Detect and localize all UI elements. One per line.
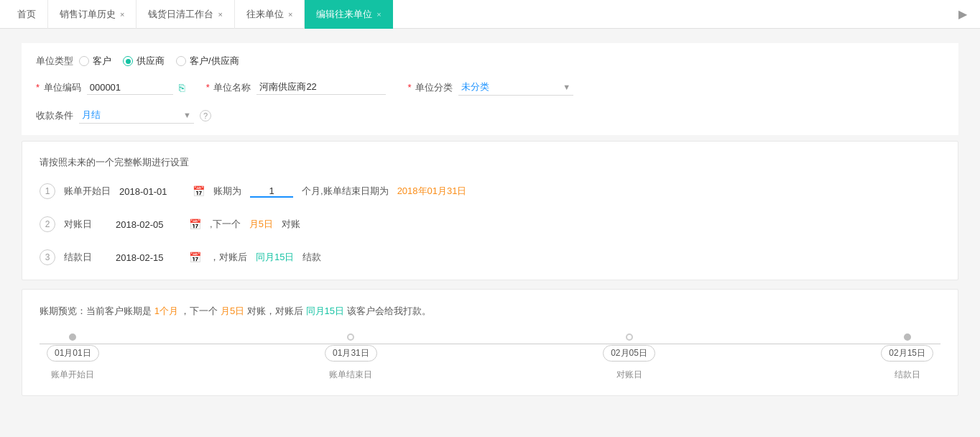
tab-cashier-label: 钱货日清工作台 (148, 8, 213, 21)
step-1-label: 账单开始日 (64, 185, 111, 198)
tab-cashier-close[interactable]: × (218, 10, 222, 19)
unit-category-chevron: ▼ (563, 83, 570, 91)
tab-edit-partner[interactable]: 编辑往来单位 × (305, 0, 392, 29)
tab-arrow[interactable]: ▶ (951, 7, 974, 21)
unit-category-value: 未分类 (461, 80, 560, 93)
timeline-dot-3 (904, 334, 911, 341)
unit-info-row: * 单位编码 ⎘ * 单位名称 * 单位分类 未分类 (36, 79, 944, 96)
tab-edit-partner-close[interactable]: × (376, 10, 381, 19)
unit-name-star: * (206, 82, 210, 93)
step-2-desc-suffix: 对账 (282, 218, 300, 231)
tab-sales-history-label: 销售订单历史 (60, 8, 116, 21)
preview-suffix: 该客户会给我打款。 (347, 305, 431, 316)
tab-sales-history-close[interactable]: × (120, 10, 124, 19)
timeline-dot-1 (347, 334, 354, 341)
step-2-cal-icon[interactable]: 📅 (189, 218, 201, 230)
period-section: 请按照未来的一个完整帐期进行设置 1 账单开始日 2018-01-01 📅 账期… (22, 141, 958, 280)
timeline-label-3: 结款日 (895, 369, 920, 381)
step-3-row: 3 结款日 2018-02-15 📅 ，对账后 同月15日 结款 (40, 249, 940, 265)
timeline-badge-1: 01月31日 (325, 345, 377, 362)
timeline-dot-0 (69, 334, 76, 341)
timeline-point-0: 01月01日 账单开始日 (47, 334, 99, 381)
radio-customer-circle (79, 56, 89, 66)
unit-category-label: * 单位分类 (407, 81, 453, 94)
unit-name-group: * 单位名称 (206, 80, 387, 95)
unit-code-copy-icon[interactable]: ⎘ (179, 82, 185, 93)
tab-partner[interactable]: 往来单位 × (235, 0, 305, 29)
radio-supplier-label: 供应商 (137, 55, 165, 68)
step-1-date: 2018-01-01 (119, 186, 184, 197)
step-2-desc-prefix: ,下一个 (210, 218, 241, 231)
timeline-badge-2: 02月05日 (603, 345, 655, 362)
unit-type-label: 单位类型 (36, 55, 73, 68)
radio-both-label: 客户/供应商 (190, 55, 239, 68)
radio-customer-label: 客户 (93, 55, 111, 68)
unit-name-label: * 单位名称 (206, 81, 251, 94)
preview-text: 账期预览：当前客户账期是 1个月 ，下一个 月5日 对账，对账后 同月15日 该… (40, 304, 940, 319)
preview-middle2: 对账，对账后 (247, 305, 303, 316)
step-2-num: 2 (40, 216, 55, 232)
timeline-badge-0: 01月01日 (47, 345, 99, 362)
timeline-label-0: 账单开始日 (51, 369, 94, 381)
preview-highlight2: 月5日 (221, 305, 244, 316)
step-1-cal-icon[interactable]: 📅 (193, 185, 205, 197)
radio-both[interactable]: 客户/供应商 (176, 55, 239, 68)
step-3-desc-suffix: 结款 (302, 251, 321, 264)
radio-group: 客户 供应商 客户/供应商 (79, 55, 239, 68)
step-3-desc-prefix: ，对账后 (210, 251, 247, 264)
unit-code-star: * (36, 82, 40, 93)
radio-supplier[interactable]: 供应商 (123, 55, 165, 68)
step-1-period-label: 账期为 (213, 185, 241, 198)
tab-home[interactable]: 首页 (6, 0, 48, 29)
step-3-num: 3 (40, 249, 55, 265)
step-2-desc-highlight: 月5日 (249, 218, 273, 231)
timeline-label-1: 账单结束日 (329, 369, 372, 381)
preview-prefix: 账期预览：当前客户账期是 (40, 305, 152, 316)
payment-dropdown[interactable]: 月结 ▼ (79, 107, 194, 124)
timeline-label-2: 对账日 (616, 369, 642, 381)
payment-group: 收款条件 月结 ▼ ? (36, 107, 211, 124)
unit-category-group: * 单位分类 未分类 ▼ (407, 79, 573, 96)
tab-home-label: 首页 (17, 8, 36, 21)
tab-edit-partner-label: 编辑往来单位 (316, 8, 372, 21)
step-1-row: 1 账单开始日 2018-01-01 📅 账期为 个月,账单结束日期为 2018… (40, 183, 940, 199)
unit-category-dropdown[interactable]: 未分类 ▼ (458, 79, 573, 96)
step-3-date: 2018-02-15 (116, 252, 180, 263)
timeline-dot-2 (626, 334, 633, 341)
step-1-num: 1 (40, 183, 55, 199)
tab-cashier[interactable]: 钱货日清工作台 × (137, 0, 234, 29)
unit-name-input[interactable] (256, 80, 386, 95)
radio-customer[interactable]: 客户 (79, 55, 111, 68)
timeline: 01月01日 账单开始日 01月31日 账单结束日 02月05日 对账日 02月… (40, 334, 940, 381)
tab-sales-history[interactable]: 销售订单历史 × (48, 0, 137, 29)
help-icon[interactable]: ? (200, 110, 211, 121)
timeline-point-2: 02月05日 对账日 (603, 334, 655, 381)
preview-middle1: ，下一个 (180, 305, 218, 316)
payment-row: 收款条件 月结 ▼ ? (36, 107, 944, 124)
radio-both-circle (176, 56, 186, 66)
step-1-period-end-date: 2018年01月31日 (397, 185, 467, 198)
top-form: 单位类型 客户 供应商 客户/供应商 (22, 43, 958, 135)
unit-code-group: * 单位编码 ⎘ (36, 80, 185, 95)
unit-code-input[interactable] (87, 80, 173, 95)
preview-highlight3: 同月15日 (306, 305, 344, 316)
step-2-row: 2 对账日 2018-02-05 📅 ,下一个 月5日 对账 (40, 216, 940, 232)
unit-type-group: 单位类型 客户 供应商 客户/供应商 (36, 55, 239, 68)
timeline-points: 01月01日 账单开始日 01月31日 账单结束日 02月05日 对账日 02月… (47, 334, 933, 381)
main-content: 单位类型 客户 供应商 客户/供应商 (0, 29, 980, 419)
payment-label: 收款条件 (36, 109, 73, 122)
radio-supplier-circle (123, 56, 133, 66)
payment-chevron: ▼ (183, 111, 191, 119)
step-3-desc-highlight: 同月15日 (256, 251, 294, 264)
step-1-period-unit: 个月,账单结束日期为 (302, 185, 389, 198)
step-3-label: 结款日 (64, 251, 107, 264)
unit-type-row: 单位类型 客户 供应商 客户/供应商 (36, 55, 944, 68)
tabs-bar: 首页 销售订单历史 × 钱货日清工作台 × 往来单位 × 编辑往来单位 × ▶ (0, 0, 980, 29)
tab-partner-label: 往来单位 (246, 8, 284, 21)
tab-partner-close[interactable]: × (288, 10, 292, 19)
unit-code-label: * 单位编码 (36, 81, 81, 94)
step-3-cal-icon[interactable]: 📅 (189, 252, 201, 263)
period-value-input[interactable] (250, 185, 293, 198)
timeline-badge-3: 02月15日 (881, 345, 933, 362)
period-title: 请按照未来的一个完整帐期进行设置 (40, 156, 940, 169)
